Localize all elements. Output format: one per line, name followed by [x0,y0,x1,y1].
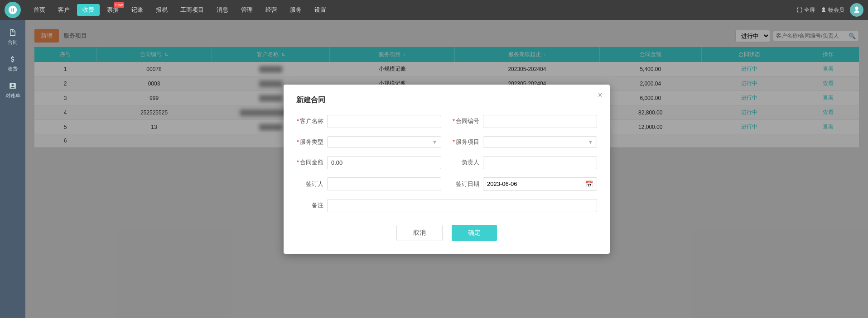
form-group-signer: 签订人 [296,177,441,191]
sign-date-label: 签订日期 [452,180,479,188]
sidebar-item-statement-label: 对账单 [5,92,20,99]
fee-icon [8,55,17,64]
service-item-arrow-icon: ▼ [588,139,593,145]
remark-input[interactable] [327,199,597,212]
sign-date-picker[interactable]: 2023-06-06 📅 [483,177,597,191]
form-group-customer-name: *客户名称 [296,115,441,128]
service-item-label: *服务项目 [452,138,479,146]
amount-label: *合同金额 [296,158,323,166]
contract-no-input[interactable] [483,115,597,128]
form-group-service-item: *服务项目 ▼ [452,136,597,148]
app-logo[interactable] [5,2,21,18]
responsible-label: 负责人 [452,158,479,166]
modal-footer: 取消 确定 [296,225,597,241]
form-row-2: *服务类型 ▼ *服务项目 ▼ [296,136,597,148]
form-row-3: *合同金额 负责人 [296,156,597,169]
statement-icon [8,81,17,90]
nav-item-invoice[interactable]: 票据 new [101,4,124,16]
form-group-responsible: 负责人 [452,156,597,169]
user-avatar[interactable] [850,3,863,17]
member-button[interactable]: 畅会员 [820,6,844,14]
nav-item-operation[interactable]: 经营 [260,4,283,16]
nav-item-manage[interactable]: 管理 [236,4,258,16]
sidebar-item-fee[interactable]: 收费 [1,51,24,76]
modal-close-button[interactable]: × [598,91,603,99]
cancel-button[interactable]: 取消 [396,225,443,241]
nav-item-home[interactable]: 首页 [28,4,51,16]
contract-no-label: *合同编号 [452,117,479,125]
service-item-select[interactable]: ▼ [483,136,597,148]
contract-icon [8,28,17,37]
nav-item-tax[interactable]: 报税 [150,4,173,16]
service-type-select[interactable]: ▼ [327,136,441,148]
nav-items-list: 首页 客户 收费 票据 new 记账 报税 工商项目 消息 管理 经营 服务 设… [28,4,796,16]
right-actions: 全屏 畅会员 [796,3,863,17]
nav-item-message[interactable]: 消息 [211,4,234,16]
form-row-1: *客户名称 *合同编号 [296,115,597,128]
customer-name-input[interactable] [327,115,441,128]
nav-item-bookkeeping[interactable]: 记账 [126,4,149,16]
modal-overlay: 新建合同 × *客户名称 *合同编号 *服务类型 [25,20,868,318]
nav-item-customer[interactable]: 客户 [53,4,75,16]
nav-item-business[interactable]: 工商项目 [175,4,209,16]
modal-title: 新建合同 [296,95,597,105]
remark-label: 备注 [296,201,323,209]
amount-input[interactable] [327,156,441,169]
confirm-button[interactable]: 确定 [452,225,497,241]
fullscreen-button[interactable]: 全屏 [796,6,815,14]
sidebar-item-contract-label: 合同 [8,39,18,46]
form-row-4: 签订人 签订日期 2023-06-06 📅 [296,177,597,191]
form-group-amount: *合同金额 [296,156,441,169]
main-layout: 合同 收费 对账单 新增 服务项目 进行中 已完成 [0,20,868,318]
signer-input[interactable] [327,177,441,190]
service-type-label: *服务类型 [296,138,323,146]
sidebar: 合同 收费 对账单 [0,20,25,318]
new-badge: new [114,2,124,8]
form-group-contract-no: *合同编号 [452,115,597,128]
sign-date-value: 2023-06-06 [487,180,517,187]
sidebar-item-contract[interactable]: 合同 [1,24,24,49]
main-content: 新增 服务项目 进行中 已完成 全部 🔍 [25,20,868,318]
nav-item-fee[interactable]: 收费 [77,4,100,16]
sidebar-item-fee-label: 收费 [8,66,18,72]
new-contract-modal: 新建合同 × *客户名称 *合同编号 *服务类型 [284,85,610,254]
customer-name-label: *客户名称 [296,117,323,125]
form-row-5: 备注 [296,199,597,212]
top-navigation: 首页 客户 收费 票据 new 记账 报税 工商项目 消息 管理 经营 服务 设… [0,0,868,20]
service-type-arrow-icon: ▼ [432,139,437,145]
form-group-remark: 备注 [296,199,597,212]
signer-label: 签订人 [296,180,323,188]
responsible-input[interactable] [483,156,597,169]
nav-item-service[interactable]: 服务 [285,4,307,16]
sidebar-item-statement[interactable]: 对账单 [1,78,24,103]
calendar-icon[interactable]: 📅 [585,180,593,188]
form-group-sign-date: 签订日期 2023-06-06 📅 [452,177,597,191]
nav-item-settings[interactable]: 设置 [309,4,332,16]
form-group-service-type: *服务类型 ▼ [296,136,441,148]
